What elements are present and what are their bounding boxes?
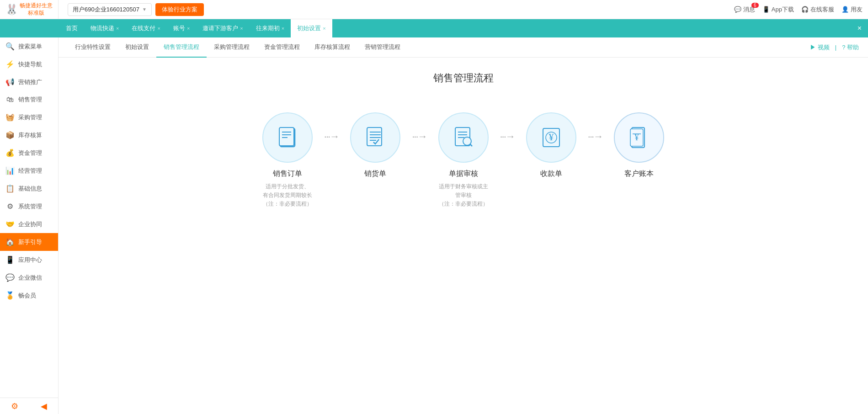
- flow-circle-sales-invoice[interactable]: [350, 112, 400, 163]
- step-title-receipt: 收款单: [540, 169, 562, 179]
- tab-account[interactable]: 账号 ×: [167, 19, 196, 37]
- tab-initial-setup[interactable]: 初始设置 ×: [291, 19, 332, 37]
- tab-receivables-initial[interactable]: 往来期初 ×: [250, 19, 291, 37]
- sidebar-item-label: 企业协同: [18, 220, 42, 228]
- online-service-label: 在线客服: [810, 5, 834, 14]
- flow-step-sales-invoice: 销货单: [339, 112, 412, 182]
- headset-icon: 🎧: [801, 6, 809, 13]
- sidebar-item-purchase[interactable]: 🧺 采购管理: [0, 108, 58, 126]
- flow-step-receipt: ¥ 收款单: [515, 112, 588, 182]
- close-icon[interactable]: ×: [282, 26, 284, 31]
- close-icon[interactable]: ×: [187, 26, 190, 31]
- flow-circle-sales-order[interactable]: [262, 112, 313, 163]
- app-download-icon-item[interactable]: 📱 App下载: [762, 5, 794, 14]
- sidebar-item-finance[interactable]: 💰 资金管理: [0, 144, 58, 162]
- help-link[interactable]: ? 帮助: [842, 43, 859, 52]
- sub-tab-industry[interactable]: 行业特性设置: [68, 37, 118, 58]
- flow-step-doc-review: 单据审核 适用于财务审核或主管审核（注：非必要流程）: [427, 112, 500, 209]
- message-icon: 💬: [734, 6, 741, 13]
- flow-circle-customer-ledger[interactable]: ¥: [614, 112, 664, 163]
- chart-icon: 📊: [5, 166, 15, 175]
- tab-home[interactable]: 首页: [59, 19, 84, 37]
- flow-step-customer-ledger: ¥ 客户账本: [602, 112, 676, 182]
- sidebar-item-label: 经营管理: [18, 167, 42, 175]
- sidebar-item-label: 基础信息: [18, 185, 42, 193]
- svg-text:¥: ¥: [548, 131, 554, 143]
- page-title: 销售管理流程: [59, 58, 868, 94]
- video-link[interactable]: ▶ 视频: [810, 43, 830, 52]
- sidebar-item-enterprise-coop[interactable]: 🤝 企业协同: [0, 215, 58, 233]
- arrow-4: ···→: [588, 112, 602, 143]
- sub-tab-initial[interactable]: 初始设置: [118, 37, 156, 58]
- logo-icon: 🐰: [5, 4, 18, 16]
- flow-diagram: 销售订单 适用于分批发货、有合同发货周期较长（注：非必要流程） ···→ 销货单…: [59, 94, 868, 236]
- nav-close-all-button[interactable]: ×: [851, 24, 868, 32]
- step-title-sales-order: 销售订单: [273, 169, 302, 179]
- sidebar-item-search[interactable]: 🔍 搜索菜单: [0, 37, 58, 55]
- sub-tab-purchase-flow[interactable]: 采购管理流程: [207, 37, 257, 58]
- flash-icon: ⚡: [5, 60, 15, 69]
- sidebar-item-label: 资金管理: [18, 149, 42, 157]
- settings-button[interactable]: ⚙: [11, 401, 18, 411]
- top-header: 用户690企业1660120507 ▼ 体验行业方案 💬 消息 6 📱 App下…: [0, 0, 868, 19]
- close-icon[interactable]: ×: [116, 26, 119, 31]
- clipboard-icon: 📋: [5, 184, 15, 193]
- sidebar-bottom: ⚙ ◀: [0, 398, 59, 414]
- svg-rect-4: [279, 127, 294, 146]
- sidebar-item-enterprise-wechat[interactable]: 💬 企业微信: [0, 269, 58, 287]
- sidebar-item-app-center[interactable]: 📱 应用中心: [0, 251, 58, 269]
- money-icon: 💰: [5, 149, 15, 157]
- flow-circle-doc-review[interactable]: [438, 112, 489, 163]
- message-icon-item[interactable]: 💬 消息 6: [734, 5, 755, 14]
- handshake-icon: 🤝: [5, 220, 15, 228]
- sidebar-item-label: 采购管理: [18, 113, 42, 122]
- sidebar-item-new-guide[interactable]: 🏠 新手引导: [0, 233, 58, 251]
- sidebar-item-vip[interactable]: 🏅 畅会员: [0, 287, 58, 304]
- tab-logistics[interactable]: 物流快递 ×: [84, 19, 125, 37]
- sidebar-item-label: 应用中心: [18, 256, 42, 264]
- flow-circle-receipt[interactable]: ¥: [526, 112, 576, 163]
- sidebar-item-label: 销售管理: [18, 96, 42, 104]
- shopping-icon: 🛍: [5, 96, 15, 104]
- sidebar-item-label: 系统管理: [18, 202, 42, 211]
- user-icon-item[interactable]: 👤 用友: [841, 5, 863, 14]
- trial-button[interactable]: 体验行业方案: [155, 3, 204, 16]
- box-icon: 📦: [5, 131, 15, 139]
- message-badge: 6: [751, 3, 759, 8]
- sidebar-item-quick-nav[interactable]: ⚡ 快捷导航: [0, 55, 58, 73]
- gear-icon: ⚙: [5, 202, 15, 211]
- sidebar-item-inventory[interactable]: 📦 库存核算: [0, 126, 58, 144]
- tab-invite-downstream[interactable]: 邀请下游客户 ×: [196, 19, 249, 37]
- sidebar-item-operations[interactable]: 📊 经营管理: [0, 162, 58, 180]
- close-icon[interactable]: ×: [157, 26, 160, 31]
- sub-tab-inventory-flow[interactable]: 库存核算流程: [307, 37, 357, 58]
- header-right: 💬 消息 6 📱 App下载 🎧 在线客服 👤 用友: [734, 5, 863, 14]
- close-icon[interactable]: ×: [240, 26, 243, 31]
- sub-tabs-right: ▶ 视频 | ? 帮助: [810, 43, 859, 52]
- tab-online-payment[interactable]: 在线支付 ×: [125, 19, 166, 37]
- separator: |: [835, 44, 836, 51]
- user-selector-text: 用户690企业1660120507: [73, 5, 139, 14]
- online-service-icon-item[interactable]: 🎧 在线客服: [801, 5, 834, 14]
- close-icon[interactable]: ×: [323, 26, 325, 31]
- sub-tab-finance-flow[interactable]: 资金管理流程: [257, 37, 307, 58]
- sub-tab-sales-flow[interactable]: 销售管理流程: [156, 37, 207, 58]
- sidebar-item-label: 企业微信: [18, 274, 42, 282]
- sidebar-item-marketing[interactable]: 📢 营销推广: [0, 73, 58, 91]
- logo: 🐰 畅捷通好生意 标准版: [0, 0, 59, 19]
- sidebar-item-system[interactable]: ⚙ 系统管理: [0, 197, 58, 215]
- avatar: 👤: [841, 6, 849, 13]
- home-icon: 🏠: [5, 238, 15, 246]
- sub-tab-marketing-flow[interactable]: 营销管理流程: [357, 37, 408, 58]
- sidebar-item-sales[interactable]: 🛍 销售管理: [0, 91, 58, 108]
- sidebar-item-basic-info[interactable]: 📋 基础信息: [0, 180, 58, 197]
- collapse-button[interactable]: ◀: [41, 401, 47, 411]
- wechat-icon: 💬: [5, 273, 15, 282]
- app-download-label: App下载: [772, 5, 794, 14]
- help-icon: ?: [842, 44, 845, 51]
- user-selector[interactable]: 用户690企业1660120507 ▼: [68, 3, 152, 16]
- chevron-down-icon: ▼: [142, 7, 147, 12]
- sidebar-item-label: 营销推广: [18, 78, 42, 86]
- sidebar-item-label: 搜索菜单: [18, 42, 42, 51]
- sidebar: 🔍 搜索菜单 ⚡ 快捷导航 📢 营销推广 🛍 销售管理 🧺 采购管理 📦 库存核…: [0, 37, 59, 414]
